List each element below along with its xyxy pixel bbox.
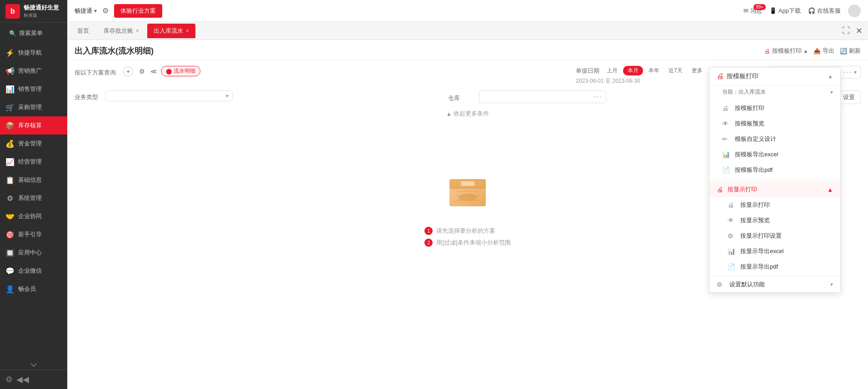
sidebar-item-purchase[interactable]: 🛒 采购管理 [0, 98, 67, 116]
tab-expand-button[interactable]: ⛶ [840, 26, 852, 35]
sidebar-item-wechat[interactable]: 💬 企业微信 [0, 262, 67, 280]
dropdown-subitem-display-preview[interactable]: 👁 按显示预览 [709, 213, 840, 228]
topbar-settings-button[interactable]: ⚙ [102, 6, 109, 15]
display-pdf-label: 按显示导出pdf [740, 263, 778, 271]
message-item[interactable]: ✉ 消息 99+ [743, 7, 762, 15]
dropdown-current-section: 当前：出入库流水 ▾ [709, 85, 840, 99]
user-avatar[interactable] [848, 5, 861, 17]
tab-inventory-batch-close[interactable]: × [136, 28, 139, 34]
user-dropdown-button[interactable]: ▾ [94, 8, 97, 14]
print-template-dropdown: 🖨 按模板打印 ▲ 当前：出入库流水 ▾ 🖨 按模板 [709, 67, 841, 293]
dropdown-current-arrow: ▾ [830, 89, 833, 95]
collapse-more-conditions-button[interactable]: ▲ 收起更多条件 [446, 110, 489, 118]
chip-label: 流水明细 [174, 67, 195, 75]
group-header-left: 🖨 按显示打印 [717, 185, 757, 194]
dropdown-item-template-design[interactable]: ✏ 模板自定义设计 [709, 131, 840, 147]
page-header: 出入库流水(流水明细) 🖨 按模板打印 ▲ 📤 导出 [67, 40, 868, 60]
warehouse-more[interactable]: ··· [594, 93, 602, 101]
warehouse-select[interactable]: ··· [479, 90, 606, 103]
print-template-button[interactable]: 🖨 按模板打印 ▲ [764, 47, 808, 55]
settings-label: 设置 [843, 93, 855, 101]
sidebar-collapse-button[interactable]: ◀◀ [16, 374, 29, 384]
display-print-group-header[interactable]: 🖨 按显示打印 ▲ [709, 182, 840, 197]
tab-stock-flow-close[interactable]: × [186, 28, 189, 34]
export-button[interactable]: 📤 导出 [813, 47, 834, 55]
tab-close-all-button[interactable]: ✕ [854, 26, 864, 36]
template-print-section: 🖨 按模板打印 👁 按模板预览 ✏ 模板自定义设计 📊 [709, 99, 840, 180]
date-btn-this-year[interactable]: 本年 [645, 66, 663, 75]
system-icon: ⚙ [5, 194, 15, 203]
guide-icon: 🎯 [5, 230, 15, 239]
template-preview-label: 按模板预览 [735, 120, 764, 128]
tab-home[interactable]: 首页 [71, 24, 95, 38]
trial-button[interactable]: 体验行业方案 [114, 4, 162, 18]
date-btn-7days[interactable]: 近7天 [665, 66, 686, 75]
sidebar-item-guide[interactable]: 🎯 新手引导 [0, 225, 67, 244]
sidebar-item-sales[interactable]: 📊 销售管理 [0, 80, 67, 98]
tab-stock-flow[interactable]: 出入库流水 × [147, 24, 195, 38]
empty-step-1: 1 请先选择要分析的方案 [424, 227, 510, 235]
business-type-select[interactable]: ▾ [105, 90, 233, 101]
online-service-item[interactable]: 🎧 在线客服 [808, 7, 841, 15]
display-pdf-icon: 📄 [728, 263, 736, 270]
sidebar-item-quick-nav[interactable]: ⚡ 快捷导航 [0, 44, 67, 62]
filter-collapse-button[interactable]: ≪ [150, 68, 157, 75]
display-excel-icon: 📊 [728, 248, 736, 255]
app-logo: b 畅捷通好生意 标准版 [0, 0, 67, 23]
search-menu-button[interactable]: 🔍 搜索菜单 [5, 26, 62, 40]
dropdown-item-template-excel[interactable]: 📊 按模板导出excel [709, 147, 840, 162]
sidebar-item-finance[interactable]: 💰 资金管理 [0, 135, 67, 153]
dropdown-header: 🖨 按模板打印 ▲ [709, 68, 840, 85]
refresh-button[interactable]: 🔄 刷新 [840, 47, 861, 55]
date-btn-more[interactable]: 更多 [688, 66, 706, 75]
quick-nav-icon: ⚡ [5, 48, 15, 57]
dropdown-item-template-print[interactable]: 🖨 按模板打印 [709, 100, 840, 116]
sidebar-item-operations[interactable]: 📈 经营管理 [0, 153, 67, 171]
dropdown-item-set-default[interactable]: ⚙ 设置默认功能 ▾ [709, 277, 840, 292]
sidebar-item-member[interactable]: 👤 畅会员 [0, 280, 67, 298]
sidebar-item-marketing[interactable]: 📢 营销推广 [0, 62, 67, 80]
sidebar-item-label: 库存核算 [18, 121, 42, 130]
sidebar-item-label: 销售管理 [18, 85, 42, 93]
sidebar-item-basic[interactable]: 📋 基础信息 [0, 171, 67, 189]
dropdown-scroll-up[interactable]: ▲ [828, 73, 833, 80]
sidebar-scroll-down[interactable] [0, 360, 67, 369]
company-name: 畅捷通好生意 [24, 4, 59, 12]
sidebar-item-enterprise[interactable]: 🤝 企业协同 [0, 207, 67, 225]
sidebar-item-appstore[interactable]: 🔲 应用中心 [0, 244, 67, 262]
sidebar-settings-button[interactable]: ⚙ [5, 374, 13, 384]
date-btn-this-month[interactable]: 本月 [623, 66, 643, 75]
display-preview-label: 按显示预览 [740, 216, 770, 224]
tab-inventory-batch-label: 库存批次账 [104, 27, 133, 35]
business-type-arrow: ▾ [226, 93, 229, 99]
sidebar-item-label: 资金管理 [18, 140, 42, 148]
doc-type-more[interactable]: ··· [843, 68, 852, 76]
dropdown-item-template-pdf[interactable]: 📄 按模板导出pdf [709, 162, 840, 178]
dropdown-separator-2 [709, 275, 840, 276]
plus-icon: + [126, 68, 130, 75]
date-btn-last-month[interactable]: 上月 [603, 66, 621, 75]
version-label: 标准版 [24, 12, 59, 19]
dropdown-subitem-display-settings[interactable]: ⚙ 按显示打印设置 [709, 228, 840, 244]
filter-chip-stream[interactable]: ⬤ 流水明细 [161, 66, 200, 76]
tab-inventory-batch[interactable]: 库存批次账 × [97, 24, 145, 38]
mobile-icon: 📱 [769, 7, 777, 14]
filter-add-button[interactable]: + [123, 66, 133, 76]
search-label: 搜索菜单 [19, 29, 43, 37]
print-chevron-up: ▲ [803, 49, 808, 54]
filter-settings-button[interactable]: ⚙ [137, 66, 147, 76]
display-print-label: 按显示打印 [740, 201, 770, 209]
dropdown-item-template-preview[interactable]: 👁 按模板预览 [709, 116, 840, 131]
dropdown-subitem-display-excel[interactable]: 📊 按显示导出excel [709, 244, 840, 259]
display-print-group-icon: 🖨 [717, 186, 723, 193]
app-download-item[interactable]: 📱 App下载 [769, 7, 801, 15]
member-icon: 👤 [5, 284, 15, 294]
template-pdf-icon: 📄 [722, 166, 730, 174]
dropdown-subitem-display-pdf[interactable]: 📄 按显示导出pdf [709, 259, 840, 274]
sidebar-item-inventory[interactable]: 📦 库存核算 [0, 116, 67, 135]
sidebar-item-system[interactable]: ⚙ 系统管理 [0, 189, 67, 207]
display-print-sub-section: 🖨 按显示打印 👁 按显示预览 ⚙ 按显示打印设置 📊 [709, 197, 840, 274]
sidebar-footer: ⚙ ◀◀ [0, 369, 67, 389]
dropdown-subitem-display-print[interactable]: 🖨 按显示打印 [709, 197, 840, 213]
display-preview-icon: 👁 [728, 217, 736, 224]
